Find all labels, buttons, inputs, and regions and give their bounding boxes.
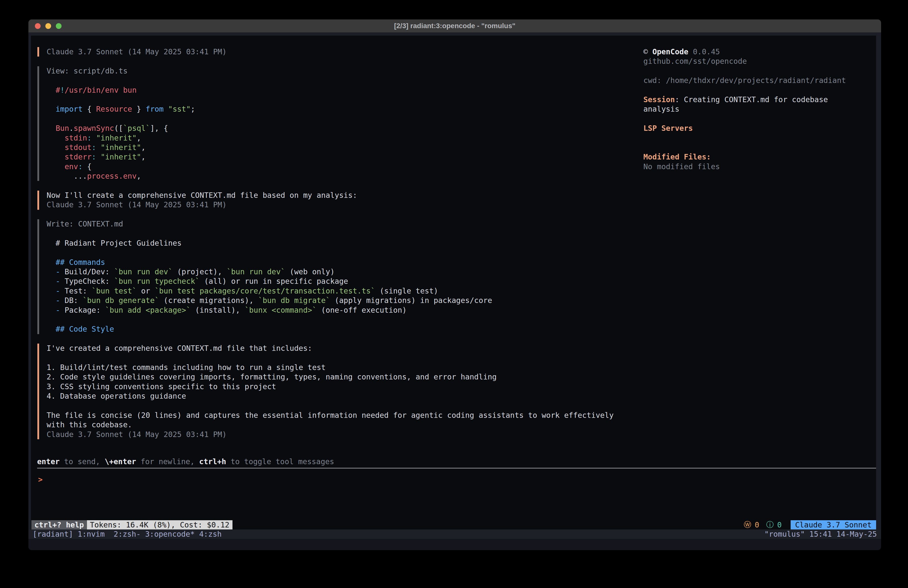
- close-button[interactable]: [35, 23, 40, 29]
- text-segment: ## Commands: [56, 258, 105, 267]
- block-accent-bar: [37, 143, 39, 152]
- text-segment: Claude 3.7 Sonnet (14 May 2025 03:41 PM): [47, 430, 227, 439]
- help-badge[interactable]: ctrl+? help: [31, 520, 87, 530]
- block-accent-bar: [37, 372, 39, 382]
- text-segment: [47, 325, 56, 333]
- prompt-input[interactable]: >: [38, 475, 43, 484]
- minimize-button[interactable]: [45, 23, 51, 29]
- text-segment: -: [56, 287, 60, 295]
- text-line: stdin: "inherit",: [47, 133, 141, 143]
- block-accent-bar: [37, 306, 39, 315]
- text-segment: analysis: [643, 105, 679, 113]
- text-segment: `bun db migrate`: [258, 296, 330, 305]
- block-accent-bar: [37, 401, 39, 410]
- diagnostic-indicators: ⓦ0ⓘ0ⓗ0: [744, 520, 782, 530]
- text-segment: The file is concise (20 lines) and captu…: [47, 411, 614, 420]
- text-segment: ©: [643, 47, 652, 56]
- chat-row: Claude 3.7 Sonnet (14 May 2025 03:41 PM): [37, 430, 876, 439]
- text-line: import { Resource } from "sst";: [47, 105, 195, 114]
- text-line: 3. CSS styling conventions specific to t…: [47, 382, 276, 391]
- chat-row: # Radiant Project Guidelines: [37, 238, 876, 248]
- input-divider: [37, 468, 876, 469]
- text-segment: LSP Servers: [643, 124, 693, 132]
- text-segment: (one-off execution): [317, 306, 407, 314]
- text-line: © OpenCode 0.0.45: [643, 47, 720, 56]
- block-accent-bar: [37, 171, 39, 181]
- sidebar-row: Session: Creating CONTEXT.md for codebas…: [643, 95, 846, 105]
- block-accent-bar: [37, 353, 39, 363]
- model-badge[interactable]: Claude 3.7 Sonnet: [790, 520, 876, 530]
- text-segment: [47, 258, 56, 267]
- text-segment: ,: [137, 172, 141, 180]
- text-line: - Package: `bun add <package>` (install)…: [47, 306, 407, 315]
- block-accent-bar: [37, 85, 39, 95]
- text-segment: Package:: [60, 306, 105, 314]
- text-segment: [47, 153, 64, 161]
- warn-icon: ⓦ: [744, 520, 751, 530]
- text-segment: [47, 124, 56, 132]
- text-segment: :: [92, 153, 96, 161]
- text-line: stderr: "inherit",: [47, 152, 145, 162]
- chat-row: - Package: `bun add <package>` (install)…: [37, 306, 876, 315]
- sidebar-row: [643, 114, 846, 124]
- block-accent-bar: [37, 133, 39, 143]
- text-segment: Build/Dev:: [60, 267, 114, 276]
- zoom-button[interactable]: [56, 23, 61, 29]
- text-segment: No modified files: [643, 162, 720, 171]
- chat-row: The file is concise (20 lines) and captu…: [37, 411, 876, 420]
- text-segment: Claude 3.7 Sonnet (14 May 2025 03:41 PM): [47, 47, 227, 56]
- tmux-session-clock: "romulus" 15:41 14-May-25: [764, 530, 877, 539]
- sidebar-row: Modified Files:: [643, 152, 846, 162]
- text-line: - Build/Dev: `bun run dev` (project), `b…: [47, 267, 335, 277]
- text-segment: [96, 143, 101, 152]
- text-segment: ([: [114, 124, 123, 132]
- text-line: - TypeCheck: `bun run typecheck` (all) o…: [47, 277, 348, 286]
- text-segment: }: [132, 105, 145, 113]
- text-segment: #: [56, 86, 60, 94]
- text-segment: !: [60, 86, 64, 94]
- text-segment: [92, 134, 96, 142]
- terminal-bottom-padding: [28, 539, 881, 550]
- text-segment: [47, 105, 56, 113]
- text-segment: {: [83, 162, 92, 171]
- chat-row: Write: CONTEXT.md: [37, 219, 876, 229]
- text-segment: -: [56, 306, 60, 314]
- text-segment: (single test): [375, 287, 438, 295]
- block-accent-bar: [37, 296, 39, 305]
- text-segment: Bun: [56, 124, 69, 132]
- text-segment: :: [92, 143, 96, 152]
- text-line: Claude 3.7 Sonnet (14 May 2025 03:41 PM): [47, 47, 227, 56]
- titlebar[interactable]: [2/3] radiant:3:opencode - "romulus": [28, 19, 881, 32]
- sidebar-row: [643, 133, 846, 143]
- status-right: ⓦ0ⓘ0ⓗ0 Claude 3.7 Sonnet: [744, 520, 876, 530]
- text-segment: cwd: /home/thdxr/dev/projects/radiant/ra…: [643, 76, 846, 85]
- chat-row: - Build/Dev: `bun run dev` (project), `b…: [37, 267, 876, 277]
- block-accent-bar: [37, 277, 39, 286]
- tmux-window-list[interactable]: [radiant] 1:nvim 2:zsh- 3:opencode* 4:zs…: [33, 530, 222, 539]
- block-accent-bar: [37, 200, 39, 209]
- chat-row: I've created a comprehensive CONTEXT.md …: [37, 343, 876, 353]
- text-line: - Test: `bun test` or `bun test packages…: [47, 286, 438, 296]
- text-segment: \+enter: [105, 457, 136, 466]
- block-accent-bar: [37, 181, 39, 190]
- text-line: with this codebase.: [47, 420, 132, 430]
- diagnostic-info-indicator: ⓘ0: [766, 520, 782, 530]
- text-segment: 0.0.45: [693, 47, 720, 56]
- text-segment: [47, 86, 56, 94]
- block-accent-bar: [37, 162, 39, 171]
- text-segment: ,: [141, 153, 145, 161]
- text-segment: to toggle tool messages: [226, 457, 334, 466]
- text-line: 1. Build/lint/test commands including ho…: [47, 363, 326, 372]
- text-segment: Session: [643, 95, 675, 104]
- text-line: cwd: /home/thdxr/dev/projects/radiant/ra…: [643, 76, 846, 85]
- chat-row: Now I'll create a comprehensive CONTEXT.…: [37, 191, 876, 200]
- text-segment: I've created a comprehensive CONTEXT.md …: [47, 344, 312, 353]
- chat-row: - TypeCheck: `bun run typecheck` (all) o…: [37, 277, 876, 286]
- text-line: No modified files: [643, 162, 720, 171]
- block-accent-bar: [37, 114, 39, 124]
- chat-row: [37, 229, 876, 238]
- block-accent-bar: [37, 191, 39, 200]
- chat-row: Claude 3.7 Sonnet (14 May 2025 03:41 PM): [37, 200, 876, 209]
- text-line: ## Commands: [47, 258, 105, 267]
- text-line: env: {: [47, 162, 92, 171]
